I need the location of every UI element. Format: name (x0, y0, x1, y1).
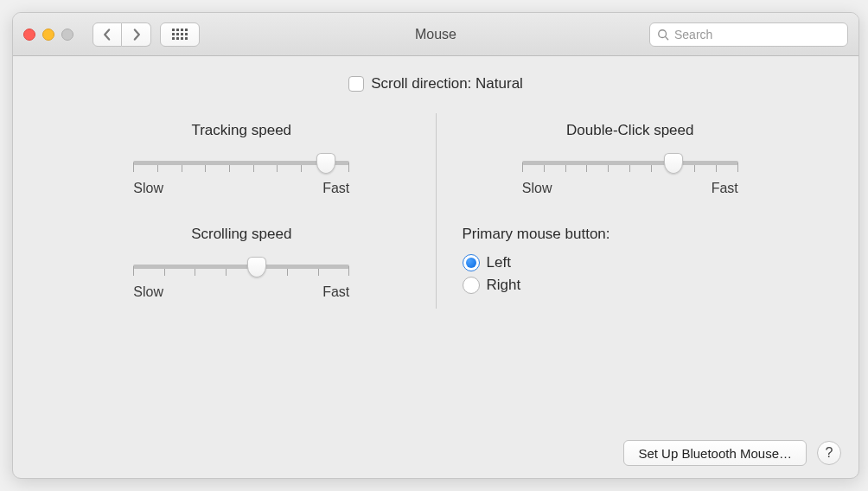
content-area: Scroll direction: Natural Tracking speed… (13, 56, 858, 478)
system-preferences-window: Mouse Scroll direction: Natural Tracking… (12, 12, 859, 479)
back-button[interactable] (93, 22, 122, 47)
right-column: Double-Click speed Slow Fast (437, 113, 825, 309)
traffic-lights (23, 29, 73, 41)
scrolling-speed-slider[interactable] (133, 258, 349, 276)
fast-label: Fast (322, 181, 349, 196)
slider-ticks (522, 165, 738, 174)
primary-button-left-row[interactable]: Left (457, 252, 804, 274)
close-icon[interactable] (23, 29, 35, 41)
maximize-icon[interactable] (61, 29, 73, 41)
scrolling-speed-slider-wrap: Slow Fast (133, 258, 349, 300)
search-input[interactable] (674, 28, 840, 41)
svg-line-1 (666, 36, 668, 39)
search-field[interactable] (649, 22, 848, 47)
radio-left[interactable] (463, 254, 480, 271)
primary-button-right-row[interactable]: Right (457, 274, 804, 297)
scroll-direction-label: Scroll direction: Natural (371, 75, 523, 92)
double-click-speed-labels: Slow Fast (522, 181, 738, 196)
fast-label: Fast (712, 181, 738, 196)
scrolling-speed-labels: Slow Fast (133, 284, 349, 300)
chevron-left-icon (101, 29, 113, 41)
double-click-speed-slider-wrap: Slow Fast (522, 155, 738, 196)
primary-mouse-button-label: Primary mouse button: (457, 226, 804, 243)
radio-right[interactable] (463, 277, 480, 294)
radio-right-label: Right (487, 277, 521, 294)
grid-icon (172, 29, 188, 40)
forward-button[interactable] (122, 22, 151, 47)
scroll-direction-checkbox[interactable] (348, 76, 364, 92)
search-icon (657, 29, 669, 41)
scroll-direction-row: Scroll direction: Natural (48, 75, 824, 92)
double-click-speed-slider[interactable] (522, 155, 738, 172)
footer: Set Up Bluetooth Mouse… ? (623, 440, 841, 466)
settings-columns: Tracking speed Slow Fast Scr (48, 113, 824, 309)
setup-bluetooth-mouse-button[interactable]: Set Up Bluetooth Mouse… (623, 440, 807, 466)
titlebar: Mouse (13, 13, 858, 56)
slow-label: Slow (133, 181, 163, 196)
double-click-speed-title: Double-Click speed (457, 122, 804, 139)
minimize-icon[interactable] (42, 29, 54, 41)
help-icon: ? (826, 445, 833, 461)
nav-back-forward (93, 22, 151, 47)
radio-left-label: Left (487, 254, 511, 271)
slow-label: Slow (522, 181, 552, 196)
fast-label: Fast (322, 284, 349, 300)
chevron-right-icon (131, 29, 143, 41)
button-label: Set Up Bluetooth Mouse… (638, 446, 792, 461)
left-column: Tracking speed Slow Fast Scr (48, 113, 437, 309)
tracking-speed-slider[interactable] (133, 155, 349, 172)
tracking-speed-slider-wrap: Slow Fast (133, 155, 349, 196)
slow-label: Slow (133, 284, 163, 300)
help-button[interactable]: ? (817, 441, 841, 465)
scrolling-speed-title: Scrolling speed (68, 226, 415, 243)
tracking-speed-labels: Slow Fast (133, 181, 349, 196)
slider-ticks (133, 269, 349, 277)
tracking-speed-title: Tracking speed (68, 122, 415, 139)
show-all-button[interactable] (160, 22, 200, 47)
